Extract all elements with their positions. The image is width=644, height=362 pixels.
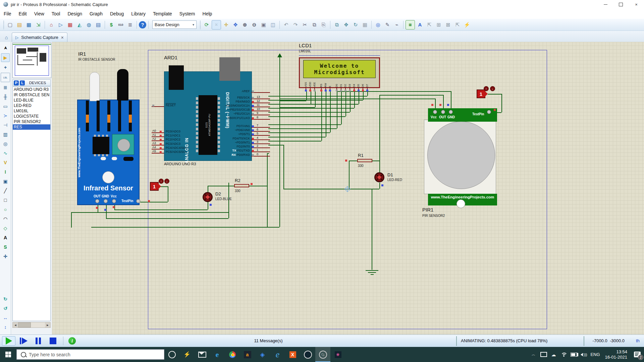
new-project-button[interactable]: ▢ xyxy=(6,20,14,29)
lcd1-pin-d0[interactable]: D0 xyxy=(335,78,339,94)
ard1-pin-13[interactable]: PB5/SCK13 xyxy=(193,96,277,100)
scroll-left-icon[interactable]: ◄ xyxy=(13,322,18,327)
buses-icon[interactable]: ╫ xyxy=(1,93,9,101)
message-log-button[interactable]: i xyxy=(65,336,79,346)
ir1-pin-gnd[interactable] xyxy=(104,199,108,203)
block-delete-button[interactable]: ▦ xyxy=(361,20,369,29)
device-item-logicstate[interactable]: LOGICSTATE xyxy=(13,114,50,119)
terminal-mode-icon[interactable]: ≻ xyxy=(1,112,9,120)
paste-button[interactable]: ⎘ xyxy=(319,20,328,29)
block-move-button[interactable]: ✥ xyxy=(342,20,351,29)
help-button[interactable]: ? xyxy=(139,21,146,28)
ard1-pin-12[interactable]: PB4/MISO12 xyxy=(193,100,277,104)
zoom-all-button[interactable]: ◫ xyxy=(269,20,277,29)
ard1-pin-0[interactable]: RXPD0/RXD0 xyxy=(193,153,277,157)
menu-help[interactable]: Help xyxy=(199,9,216,19)
origin-button[interactable]: ✛ xyxy=(222,20,230,29)
open-project-button[interactable]: ▤ xyxy=(15,20,24,29)
component-mode-icon[interactable]: ▶ xyxy=(1,53,10,62)
menu-file[interactable]: File xyxy=(0,9,15,19)
block-copy-button[interactable]: ⧉ xyxy=(332,20,341,29)
zoom-area-button[interactable]: ▣ xyxy=(259,20,268,29)
lcd1-pin-e[interactable]: E xyxy=(328,78,332,94)
mail-icon[interactable] xyxy=(195,347,210,362)
rotate-clockwise-icon[interactable]: ↻ xyxy=(1,295,9,303)
2d-symbol-icon[interactable]: S xyxy=(1,243,9,251)
graph-mode-icon[interactable]: ▥ xyxy=(1,130,9,138)
save-project-button[interactable]: ▦ xyxy=(24,20,33,29)
minimize-button[interactable] xyxy=(598,0,613,9)
lcd1-pin-d2[interactable]: D2 xyxy=(343,78,347,94)
menu-view[interactable]: View xyxy=(31,9,48,19)
pir1-pin-out[interactable] xyxy=(441,110,445,114)
menu-edit[interactable]: Edit xyxy=(15,9,31,19)
exit-to-parent-button[interactable]: ⇱ xyxy=(453,20,462,29)
logicstate-ir-toggle-up[interactable]: ↑ xyxy=(159,179,164,184)
tape-recorder-icon[interactable]: ◎ xyxy=(1,140,9,148)
pir1-testpin[interactable] xyxy=(487,110,491,114)
device-item-led-red[interactable]: LED-RED xyxy=(13,103,50,108)
tab-close-icon[interactable]: × xyxy=(61,35,64,40)
selection-mode-icon[interactable]: ➤ xyxy=(1,44,9,52)
cortana-icon[interactable] xyxy=(164,347,179,362)
sheet-list-button[interactable]: ▦ xyxy=(406,20,415,29)
scroll-thumb[interactable] xyxy=(18,322,31,327)
ard1-pin-7[interactable]: PD7/AIN17 xyxy=(193,124,277,128)
rotate-anticlockwise-icon[interactable]: ↺ xyxy=(1,304,9,312)
pcb-layout-button[interactable]: ▦ xyxy=(66,20,74,29)
cut-button[interactable]: ✂ xyxy=(301,20,309,29)
flip-horizontal-icon[interactable]: ↔ xyxy=(1,314,9,322)
menu-system[interactable]: System xyxy=(176,9,199,19)
lcd1-pin-d4[interactable]: D4 xyxy=(352,78,356,94)
property-assignment-button[interactable]: ✎ xyxy=(383,20,392,29)
menu-template[interactable]: Template xyxy=(149,9,176,19)
text-script-icon[interactable]: ≣ xyxy=(1,83,9,92)
edge-icon[interactable]: e xyxy=(210,347,225,362)
lcd1-pin-d5[interactable]: D5 xyxy=(357,78,361,94)
lcd1-pin-rw[interactable]: RW xyxy=(324,78,328,94)
menu-tool[interactable]: Tool xyxy=(48,9,64,19)
menu-debug[interactable]: Debug xyxy=(106,9,127,19)
block-rotate-button[interactable]: ↻ xyxy=(351,20,360,29)
amazon-app-icon[interactable]: a xyxy=(240,347,255,362)
proteus-taskbar-icon[interactable]: ⬭ xyxy=(315,347,330,362)
ard1-pin-9[interactable]: ~PB1/OC1A9 xyxy=(193,112,277,116)
ard1-pin-10[interactable]: ~PB2/SS/OC1B10 xyxy=(193,108,277,112)
ard1-pin-1[interactable]: TXPD1/TXD1 xyxy=(193,149,277,153)
menu-design[interactable]: Design xyxy=(64,9,86,19)
lcd1-pin-d1[interactable]: D1 xyxy=(339,78,343,94)
electrical-check-button[interactable]: ⚡ xyxy=(463,20,471,29)
close-button[interactable]: × xyxy=(629,0,644,9)
3d-visualizer-button[interactable]: ◭ xyxy=(75,20,84,29)
ard1-pin-3[interactable]: ~PD3/INT13 xyxy=(193,141,277,145)
pause-button[interactable] xyxy=(32,336,45,346)
device-item-led-blue[interactable]: LED-BLUE xyxy=(13,98,50,103)
schematic-capture-button[interactable]: ▷ xyxy=(56,20,65,29)
logicstate-ir-toggle-down[interactable]: ↓ xyxy=(164,179,169,184)
action-center-button[interactable]: 2 xyxy=(631,347,644,362)
internet-explorer-icon[interactable]: e xyxy=(270,347,285,362)
logicstate-ir[interactable]: 1 xyxy=(150,182,159,191)
remove-sheet-button[interactable]: ⊠ xyxy=(444,20,452,29)
step-button[interactable] xyxy=(17,336,30,346)
lcd1-pin-vdd[interactable]: VDD xyxy=(308,78,312,94)
junction-dot-icon[interactable]: + xyxy=(1,63,9,71)
d2-component[interactable] xyxy=(203,192,213,202)
r2-component[interactable] xyxy=(234,184,249,187)
wire-label-icon[interactable]: LBL xyxy=(1,73,10,82)
2d-arc-icon[interactable]: ◠ xyxy=(1,215,9,223)
start-button[interactable] xyxy=(0,347,16,362)
taskbar-clock[interactable]: 13:54 16-01-2021 xyxy=(602,349,631,360)
pan-button[interactable]: ✥ xyxy=(231,20,240,29)
2d-marker-icon[interactable]: ✛ xyxy=(1,252,9,260)
ard1-pin-8[interactable]: PB0/ICP1/CLKO8 xyxy=(193,116,277,120)
ard1-pin-2[interactable]: PD2/INT02 xyxy=(193,145,277,149)
schematic-overview[interactable] xyxy=(12,43,51,78)
redraw-button[interactable]: ⟳ xyxy=(202,20,211,29)
schematic-canvas[interactable]: IR1 IR OBSTACLE SENSOR www.TheEngineerin… xyxy=(52,42,644,335)
home-tab-icon[interactable]: ⌂ xyxy=(2,33,11,41)
lcd1-pin-d7[interactable]: D7 xyxy=(365,78,369,94)
source-code-button[interactable]: 010 xyxy=(116,20,125,29)
tab-schematic-capture[interactable]: ▷ Schematic Capture × xyxy=(12,33,67,42)
d1-component[interactable] xyxy=(374,172,384,182)
